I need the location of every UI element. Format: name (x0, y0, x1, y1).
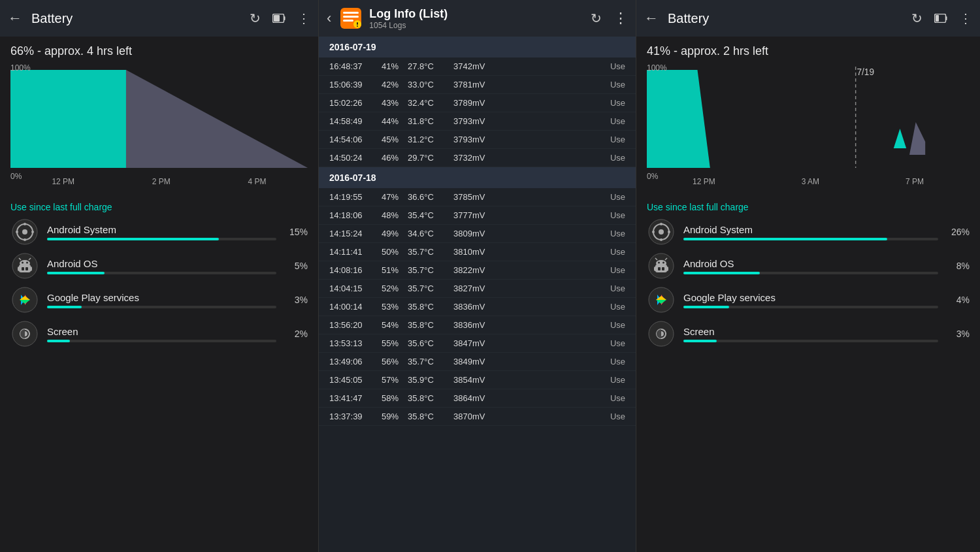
log-mv: 3785mV (453, 192, 506, 202)
app-bar-container (683, 340, 938, 342)
log-temp: 29.7°C (408, 153, 453, 163)
chart-y-bottom: 0% (10, 172, 22, 181)
log-mv: 3732mV (453, 153, 506, 163)
log-temp: 35.4°C (408, 210, 453, 220)
app-name: Android System (47, 224, 276, 235)
log-time: 13:53:13 (329, 338, 382, 348)
svg-rect-64 (662, 267, 664, 270)
app-bar (683, 340, 717, 342)
list-item[interactable]: Screen 3% (647, 319, 970, 348)
log-scroll[interactable]: 2016-07-19 16:48:37 41% 27.8°C 3742mV Us… (319, 37, 636, 552)
log-mv: 3809mV (453, 229, 506, 238)
app-list-right: Android System 26% (636, 218, 980, 348)
log-time: 14:08:16 (329, 265, 382, 275)
log-type: Use (506, 210, 625, 220)
list-item[interactable]: 14:19:55 47% 36.6°C 3785mV Use (319, 188, 636, 206)
list-item[interactable]: 14:18:06 48% 35.4°C 3777mV Use (319, 206, 636, 225)
list-item[interactable]: 13:53:13 55% 35.6°C 3847mV Use (319, 334, 636, 353)
svg-point-59 (658, 262, 660, 264)
log-info-titles: Log Info (List) 1054 Logs (369, 7, 591, 30)
app-icon-play-r (647, 285, 676, 314)
list-item[interactable]: 14:00:14 53% 35.8°C 3836mV Use (319, 298, 636, 316)
svg-rect-37 (357, 25, 358, 27)
svg-point-11 (31, 231, 34, 233)
refresh-icon-right[interactable]: ↻ (911, 10, 923, 26)
list-item[interactable]: 13:49:06 56% 35.7°C 3849mV Use (319, 353, 636, 371)
log-time: 14:15:24 (329, 229, 382, 238)
list-item[interactable]: 14:08:16 51% 35.7°C 3822mV Use (319, 261, 636, 280)
svg-point-49 (659, 229, 664, 235)
app-bar-container (683, 272, 938, 274)
battery-chart-right: 100% 7/19 0% 12 PM 3 AM 7 PM (647, 63, 970, 194)
log-type: Use (506, 338, 625, 348)
list-item[interactable]: Google Play services 4% (647, 285, 970, 314)
log-type: Use (506, 412, 625, 421)
list-item[interactable]: Android System 26% (647, 218, 970, 246)
svg-point-9 (24, 238, 26, 241)
list-item[interactable]: 14:04:15 52% 35.7°C 3827mV Use (319, 280, 636, 298)
list-item[interactable]: 15:06:39 42% 33.0°C 3781mV Use (319, 76, 636, 94)
chart-x-labels-right: 12 PM 3 AM 7 PM (647, 177, 970, 186)
app-bar-container (47, 340, 276, 342)
log-pct: 59% (382, 412, 408, 421)
app-name: Screen (683, 326, 938, 337)
app-info: Android OS (47, 258, 276, 274)
back-icon-middle[interactable]: ‹ (327, 10, 331, 27)
svg-rect-1 (274, 15, 280, 22)
list-item[interactable]: 13:45:05 57% 35.9°C 3854mV Use (319, 371, 636, 389)
log-rows-section-1: 14:19:55 47% 36.6°C 3785mV Use 14:18:06 … (319, 188, 636, 426)
list-item[interactable]: 14:11:41 50% 35.7°C 3810mV Use (319, 243, 636, 261)
log-pct: 42% (382, 80, 408, 89)
list-item[interactable]: 16:48:37 41% 27.8°C 3742mV Use (319, 57, 636, 76)
list-item[interactable]: 13:41:47 58% 35.8°C 3864mV Use (319, 389, 636, 408)
svg-rect-14 (18, 267, 20, 271)
list-item[interactable]: 14:58:49 44% 31.8°C 3793mV Use (319, 112, 636, 131)
list-item[interactable]: Android System 15% (10, 218, 308, 246)
log-mv: 3864mV (453, 393, 506, 403)
log-mv: 3781mV (453, 80, 506, 89)
log-type: Use (506, 284, 625, 293)
log-time: 13:37:39 (329, 412, 382, 421)
app-percent: 3% (946, 329, 970, 339)
log-mv: 3793mV (453, 135, 506, 144)
svg-point-50 (660, 223, 662, 225)
svg-marker-4 (10, 70, 126, 168)
log-type: Use (506, 61, 625, 71)
more-icon[interactable]: ⋮ (297, 10, 310, 26)
chart-y-bottom-right: 0% (647, 172, 658, 181)
app-info: Android System (683, 224, 938, 240)
log-temp: 34.6°C (408, 229, 453, 238)
list-item[interactable]: 13:37:39 59% 35.8°C 3870mV Use (319, 408, 636, 426)
app-name: Android OS (683, 258, 938, 269)
log-temp: 35.8°C (408, 320, 453, 330)
more-icon-middle[interactable]: ⋮ (613, 10, 628, 27)
log-mv: 3847mV (453, 338, 506, 348)
svg-rect-57 (666, 267, 668, 271)
svg-marker-45 (909, 122, 925, 155)
svg-point-53 (668, 231, 670, 233)
list-item[interactable]: 14:54:06 45% 31.2°C 3793mV Use (319, 131, 636, 149)
app-info: Android OS (683, 258, 938, 274)
refresh-icon-middle[interactable]: ↻ (591, 10, 602, 26)
right-topbar-actions: ↻ ⋮ (911, 10, 972, 26)
app-bar (47, 272, 105, 274)
list-item[interactable]: 15:02:26 43% 32.4°C 3789mV Use (319, 94, 636, 112)
list-item[interactable]: Screen 2% (10, 319, 308, 348)
svg-text:7/19: 7/19 (857, 67, 874, 77)
svg-point-51 (660, 238, 662, 241)
log-time: 15:02:26 (329, 98, 382, 108)
list-item[interactable]: 14:15:24 49% 34.6°C 3809mV Use (319, 225, 636, 243)
app-icon-loginfo (339, 7, 363, 30)
list-item[interactable]: 14:50:24 46% 29.7°C 3732mV Use (319, 149, 636, 167)
refresh-icon[interactable]: ↻ (250, 10, 261, 26)
log-time: 13:41:47 (329, 393, 382, 403)
back-icon-right[interactable]: ← (644, 10, 659, 27)
list-item[interactable]: Google Play services 3% (10, 285, 308, 314)
list-item[interactable]: Android OS 5% (10, 252, 308, 280)
back-icon[interactable]: ← (8, 10, 22, 27)
chart-x-label-3: 4 PM (248, 177, 267, 186)
list-item[interactable]: Android OS 8% (647, 252, 970, 280)
middle-topbar: ‹ Log Info (List) 1054 Logs ↻ ⋮ (319, 0, 636, 37)
more-icon-right[interactable]: ⋮ (959, 10, 972, 26)
list-item[interactable]: 13:56:20 54% 35.8°C 3836mV Use (319, 316, 636, 334)
